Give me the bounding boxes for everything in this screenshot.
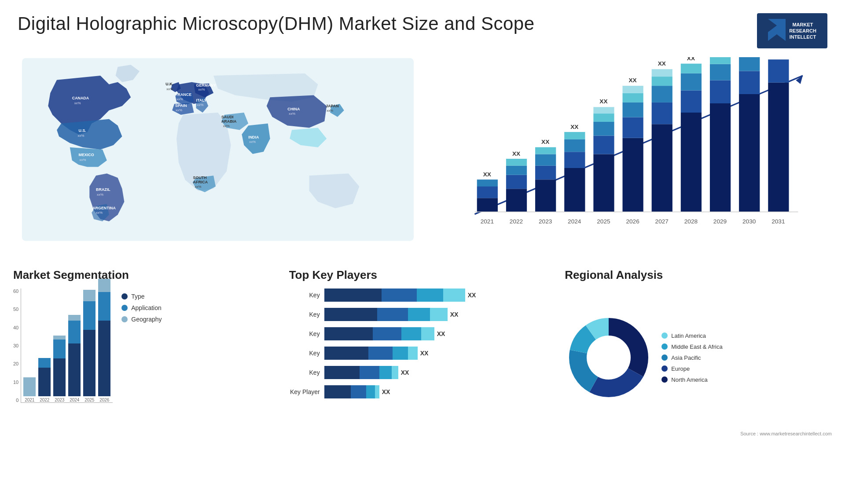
- svg-text:XX: XX: [687, 57, 695, 62]
- svg-rect-47: [535, 154, 556, 166]
- player-bars: Key XX Key: [289, 289, 556, 427]
- world-map: CANADA xx% U.S. xx% MEXICO xx% BRAZIL xx…: [22, 57, 414, 242]
- svg-text:XX: XX: [541, 139, 549, 145]
- svg-text:FRANCE: FRANCE: [175, 92, 191, 97]
- svg-rect-46: [535, 166, 556, 180]
- player-label-5: Key: [289, 369, 320, 376]
- svg-rect-93: [739, 94, 760, 212]
- svg-rect-43: [506, 159, 527, 166]
- svg-rect-36: [477, 198, 498, 212]
- player-label-4: Key: [289, 350, 320, 357]
- svg-rect-91: [710, 64, 731, 80]
- svg-text:2030: 2030: [742, 218, 756, 225]
- legend-item-type: Type: [121, 293, 162, 300]
- legend-label-geography: Geography: [131, 316, 162, 323]
- svg-rect-97: [768, 83, 789, 212]
- svg-text:ITALY: ITALY: [196, 98, 207, 102]
- reg-legend-latin-america: Latin America: [661, 332, 722, 339]
- svg-rect-37: [477, 186, 498, 198]
- svg-text:2031: 2031: [772, 218, 785, 225]
- seg-y-labels: 60 50 40 30 20 10 0: [13, 289, 21, 403]
- legend-dot-type: [121, 293, 128, 299]
- svg-rect-45: [535, 179, 556, 212]
- legend-dot-application: [121, 305, 128, 311]
- reg-label-asia-pacific: Asia Pacific: [671, 354, 701, 361]
- player-row-1: Key XX: [289, 289, 556, 302]
- svg-text:2023: 2023: [539, 218, 552, 225]
- player-label-2: Key: [289, 311, 320, 318]
- svg-rect-51: [564, 152, 585, 168]
- svg-rect-63: [623, 102, 643, 117]
- svg-text:U.K.: U.K.: [165, 82, 173, 86]
- svg-rect-64: [623, 93, 643, 102]
- svg-text:SAUDI: SAUDI: [221, 115, 234, 119]
- svg-text:XX: XX: [483, 171, 491, 178]
- svg-text:xx%: xx%: [223, 124, 230, 128]
- seg-bar-group-2021: 2021: [23, 377, 36, 402]
- svg-rect-56: [593, 136, 614, 154]
- seg-bar-group-2024: 2024: [68, 315, 81, 402]
- svg-text:2027: 2027: [655, 218, 669, 225]
- player-bar-container-1: XX: [324, 289, 556, 302]
- bar-chart-svg: XX XX XX XX: [431, 57, 823, 242]
- svg-rect-52: [564, 139, 585, 152]
- svg-text:JAPAN: JAPAN: [326, 104, 338, 108]
- seg-bar-group-2026: 2026: [98, 279, 110, 402]
- reg-label-latin-america: Latin America: [671, 332, 706, 339]
- svg-text:XX: XX: [658, 60, 666, 67]
- svg-rect-95: [739, 57, 760, 71]
- svg-rect-40: [506, 189, 527, 212]
- svg-text:U.S.: U.S.: [79, 128, 86, 133]
- reg-legend-mea: Middle East & Africa: [661, 343, 722, 350]
- svg-rect-67: [652, 124, 672, 212]
- seg-bar-chart: 2021 2022 2023: [21, 289, 113, 403]
- seg-bar-group-2023: 2023: [53, 336, 66, 402]
- svg-text:GERMANY: GERMANY: [196, 83, 216, 88]
- svg-text:2024: 2024: [568, 218, 581, 225]
- svg-rect-68: [652, 102, 672, 124]
- svg-rect-55: [593, 154, 614, 212]
- svg-text:AFRICA: AFRICA: [193, 180, 208, 184]
- players-section: Top Key Players Key XX Key: [289, 268, 556, 427]
- svg-rect-62: [623, 117, 643, 138]
- player-bar-container-2: XX: [324, 308, 556, 321]
- regional-content: Latin America Middle East & Africa Asia …: [565, 289, 832, 427]
- segmentation-title: Market Segmentation: [13, 268, 280, 282]
- svg-text:xx%: xx%: [176, 108, 182, 112]
- svg-text:xx%: xx%: [78, 134, 84, 138]
- svg-text:XX: XX: [512, 150, 520, 157]
- reg-label-europe: Europe: [671, 365, 690, 372]
- segmentation-section: Market Segmentation 60 50 40 30 20 10 0 …: [13, 268, 280, 427]
- reg-legend-europe: Europe: [661, 365, 722, 372]
- svg-text:XX: XX: [774, 57, 782, 58]
- reg-label-north-america: North America: [671, 376, 707, 383]
- svg-rect-65: [623, 86, 643, 93]
- svg-text:ARABIA: ARABIA: [221, 119, 237, 124]
- player-xx-1: XX: [468, 292, 476, 299]
- svg-rect-58: [593, 113, 614, 122]
- svg-rect-38: [477, 179, 498, 186]
- svg-text:xx%: xx%: [96, 211, 103, 215]
- player-xx-3: XX: [437, 330, 445, 337]
- svg-rect-57: [593, 122, 614, 136]
- seg-legend: Type Application Geography: [121, 289, 162, 323]
- svg-text:2029: 2029: [713, 218, 727, 225]
- svg-rect-85: [681, 91, 702, 113]
- reg-label-mea: Middle East & Africa: [671, 343, 722, 350]
- map-section: CANADA xx% U.S. xx% MEXICO xx% BRAZIL xx…: [13, 53, 422, 264]
- svg-rect-71: [652, 69, 672, 77]
- player-xx-4: XX: [420, 350, 429, 357]
- svg-rect-53: [564, 132, 585, 139]
- reg-legend-asia-pacific: Asia Pacific: [661, 354, 722, 361]
- player-row-2: Key XX: [289, 308, 556, 321]
- seg-bar-group-2022: 2022: [38, 358, 51, 402]
- player-bar-container-4: XX: [324, 347, 556, 360]
- svg-rect-61: [623, 138, 643, 212]
- page-title: Digital Holographic Microscopy(DHM) Mark…: [18, 13, 535, 34]
- label-canada: CANADA: [72, 96, 89, 100]
- seg-chart-area: 60 50 40 30 20 10 0 2021 2022: [13, 289, 280, 427]
- player-row-3: Key XX: [289, 327, 556, 340]
- legend-item-geography: Geography: [121, 316, 162, 323]
- svg-text:MEXICO: MEXICO: [79, 153, 94, 157]
- source-text: Source : www.marketresearchintellect.com: [0, 431, 845, 438]
